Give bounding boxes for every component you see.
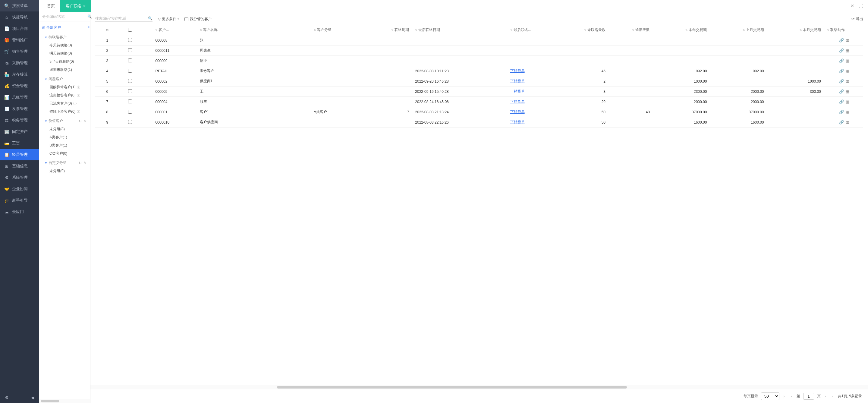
qr-icon[interactable]: ▦	[846, 79, 849, 84]
nav-item-10[interactable]: ⚖税务管理	[0, 115, 39, 126]
link-icon[interactable]: 🔗	[839, 99, 844, 104]
tree-leaf-2-0[interactable]: 未分组(8)	[39, 125, 90, 133]
nav-item-12[interactable]: 💳工资	[0, 137, 39, 149]
search-input[interactable]	[95, 16, 148, 21]
row-checkbox[interactable]	[128, 120, 132, 124]
nav-item-14[interactable]: ⊞基础信息	[0, 160, 39, 172]
col-1[interactable]	[119, 25, 141, 35]
more-filters-button[interactable]: ▽ 更多条件 ▾	[158, 17, 179, 22]
refresh-icon[interactable]: ↻	[79, 161, 82, 165]
tree-scrollbar[interactable]	[39, 399, 90, 403]
link-icon[interactable]: 🔗	[839, 110, 844, 114]
nav-item-0[interactable]: 🔍搜索菜单	[0, 0, 39, 11]
col-7[interactable]: ⇅最后联络日期	[413, 25, 508, 35]
tree-group-2[interactable]: ▼价值客户↻✎	[39, 117, 90, 125]
gear-icon[interactable]: ⚙	[105, 28, 109, 32]
tree-leaf-2-3[interactable]: C类客户(0)	[39, 150, 90, 158]
tree-collapse-icon[interactable]: «	[87, 25, 90, 29]
nav-item-1[interactable]: ⌂快捷导航	[0, 11, 39, 23]
collapse-nav-icon[interactable]: ◀	[31, 395, 34, 400]
col-9[interactable]: ⇅未联络天数	[559, 25, 610, 35]
tree-leaf-1-3[interactable]: 持续下滑客户(0)ⓘ	[39, 107, 90, 116]
row-checkbox[interactable]	[128, 89, 132, 93]
nav-item-11[interactable]: 🏢固定资产	[0, 126, 39, 137]
tree-group-0[interactable]: ▼待联络客户	[39, 33, 90, 41]
nav-item-3[interactable]: 🎁营销推广	[0, 34, 39, 46]
settings-icon[interactable]: ⚙	[5, 395, 9, 400]
qr-icon[interactable]: ▦	[846, 48, 849, 53]
col-5[interactable]: ⇅客户分组	[312, 25, 369, 35]
link-icon[interactable]: 🔗	[839, 89, 844, 94]
nav-item-18[interactable]: ☁云应用	[0, 206, 39, 218]
tree-leaf-3-0[interactable]: 未分组(9)	[39, 167, 90, 175]
qr-icon[interactable]: ▦	[846, 38, 849, 42]
nav-item-16[interactable]: 🤝企业协同	[0, 183, 39, 195]
tree-leaf-0-1[interactable]: 明天待联络(0)	[39, 50, 90, 58]
col-3[interactable]: ⇅客户...	[153, 25, 198, 35]
close-tab-icon[interactable]: ✕	[850, 3, 855, 9]
nav-item-2[interactable]: 📄项目合同	[0, 23, 39, 34]
edit-icon[interactable]: ✎	[84, 161, 87, 165]
link-icon[interactable]: 🔗	[839, 69, 844, 73]
row-checkbox[interactable]	[128, 48, 132, 52]
col-10[interactable]: ⇅逾期天数	[610, 25, 654, 35]
tree-leaf-0-3[interactable]: 逾期未联络(1)	[39, 66, 90, 74]
tree-group-1[interactable]: ▼问题客户	[39, 75, 90, 83]
my-customers-checkbox-input[interactable]	[184, 17, 188, 21]
nav-item-6[interactable]: 🏪库存核算	[0, 69, 39, 80]
qr-icon[interactable]: ▦	[846, 69, 849, 73]
qr-icon[interactable]: ▦	[846, 110, 849, 114]
col-4[interactable]: ⇅客户名称	[198, 25, 312, 35]
last-contact-link[interactable]: 下销货单	[510, 110, 525, 114]
page-input[interactable]	[803, 393, 814, 400]
select-all-checkbox[interactable]	[128, 28, 132, 32]
link-icon[interactable]: 🔗	[839, 79, 844, 84]
tree-leaf-2-2[interactable]: B类客户(1)	[39, 142, 90, 150]
col-13[interactable]: ⇅本月交易额	[768, 25, 825, 35]
link-icon[interactable]: 🔗	[839, 48, 844, 53]
tree-leaf-1-2[interactable]: 已流失客户(0)ⓘ	[39, 99, 90, 107]
qr-icon[interactable]: ▦	[846, 120, 849, 124]
nav-item-8[interactable]: 📊总账管理	[0, 92, 39, 103]
next-page-button[interactable]: ›	[824, 394, 827, 399]
export-button[interactable]: ⟳ 导出	[851, 17, 863, 22]
col-14[interactable]: ⇅联络动作	[825, 25, 863, 35]
tab-1[interactable]: 客户联络×	[60, 0, 91, 12]
refresh-icon[interactable]: ↻	[79, 119, 82, 123]
my-customers-checkbox[interactable]: 我分管的客户	[184, 17, 212, 22]
link-icon[interactable]: 🔗	[839, 120, 844, 124]
close-icon[interactable]: ×	[83, 4, 86, 8]
prev-page-button[interactable]: ‹	[790, 394, 794, 399]
col-2[interactable]	[141, 25, 153, 35]
edit-icon[interactable]: ✎	[84, 119, 87, 123]
tree-leaf-1-0[interactable]: 回购异常客户(1)ⓘ	[39, 83, 90, 91]
last-contact-link[interactable]: 下销货单	[510, 120, 525, 124]
nav-item-9[interactable]: 🧾发票管理	[0, 103, 39, 115]
last-contact-link[interactable]: 下销货单	[510, 79, 525, 83]
col-11[interactable]: ⇅本年交易额	[654, 25, 711, 35]
table-scrollbar[interactable]	[90, 385, 868, 390]
tree-group-3[interactable]: ▼自定义分组↻✎	[39, 159, 90, 167]
link-icon[interactable]: 🔗	[839, 59, 844, 63]
tab-0[interactable]: 首页	[41, 0, 60, 12]
tree-leaf-2-1[interactable]: A类客户(1)	[39, 133, 90, 142]
col-0[interactable]: ⚙	[95, 25, 119, 35]
row-checkbox[interactable]	[128, 38, 132, 42]
tree-leaf-1-1[interactable]: 流失预警客户(0)ⓘ	[39, 91, 90, 99]
qr-icon[interactable]: ▦	[846, 59, 849, 63]
col-12[interactable]: ⇅上月交易额	[711, 25, 768, 35]
nav-item-7[interactable]: 💰资金管理	[0, 80, 39, 92]
tree-search-input[interactable]	[42, 14, 87, 19]
row-checkbox[interactable]	[128, 79, 132, 83]
row-checkbox[interactable]	[128, 59, 132, 62]
first-page-button[interactable]: |‹	[782, 394, 787, 399]
last-page-button[interactable]: ›|	[830, 394, 835, 399]
row-checkbox[interactable]	[128, 110, 132, 114]
search-icon[interactable]: 🔍	[148, 16, 153, 21]
fullscreen-icon[interactable]: ⛶	[859, 3, 863, 9]
link-icon[interactable]: 🔗	[839, 38, 844, 42]
qr-icon[interactable]: ▦	[846, 89, 849, 94]
qr-icon[interactable]: ▦	[846, 99, 849, 104]
nav-item-5[interactable]: 🛍采购管理	[0, 57, 39, 69]
last-contact-link[interactable]: 下销货单	[510, 69, 525, 73]
